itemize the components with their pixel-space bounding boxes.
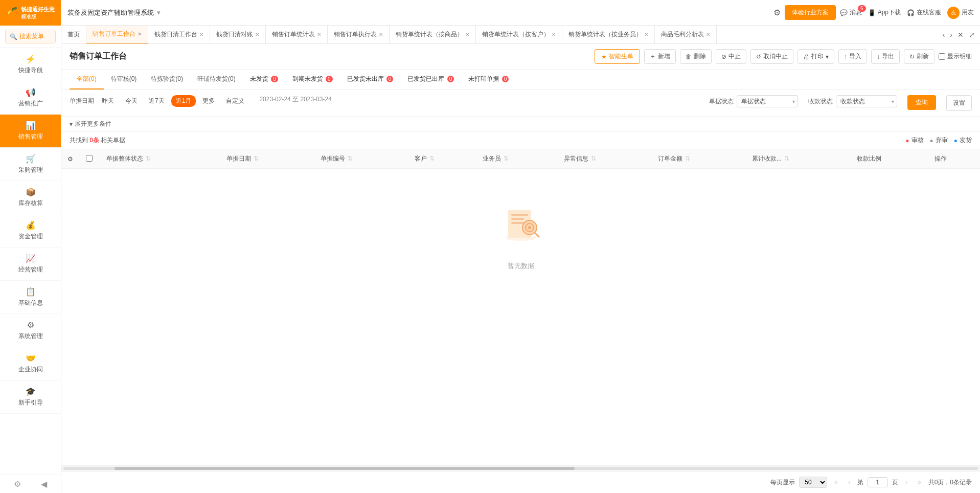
sidebar-item-operations[interactable]: 📈 经营管理 bbox=[0, 248, 61, 281]
date-btn-7days[interactable]: 近7天 bbox=[144, 95, 169, 107]
sidebar-item-guide[interactable]: 🎓 新手引导 bbox=[0, 380, 61, 414]
search-menu-button[interactable]: 🔍 搜索菜单 bbox=[5, 30, 56, 43]
tab-close-icon[interactable]: ✕ bbox=[138, 31, 142, 37]
select-all-checkbox[interactable] bbox=[86, 155, 93, 162]
date-btn-custom[interactable]: 自定义 bbox=[221, 95, 249, 107]
trial-btn[interactable]: 体验行业方案 bbox=[785, 5, 836, 20]
query-button[interactable]: 查询 bbox=[907, 95, 936, 110]
tab-close-icon[interactable]: ✕ bbox=[379, 32, 383, 37]
smart-create-button[interactable]: ★ 智能生单 bbox=[595, 49, 640, 64]
scrollbar-thumb[interactable] bbox=[115, 467, 575, 470]
show-detail-checkbox-label[interactable]: 显示明细 bbox=[939, 52, 972, 61]
prev-page-button[interactable]: ‹ bbox=[845, 478, 853, 487]
col-staff-header[interactable]: 业务员 ⇅ bbox=[476, 149, 558, 169]
sub-tab-shipped-out[interactable]: 已发货已出库 0 bbox=[400, 70, 461, 89]
message-button[interactable]: 💬 消息 6 bbox=[840, 8, 862, 17]
col-date-header[interactable]: 单据日期 ⇅ bbox=[220, 149, 314, 169]
cancel-stop-button[interactable]: ↺ 取消中止 bbox=[750, 49, 793, 64]
payment-select[interactable]: 收款状态 bbox=[836, 95, 897, 107]
date-btn-yesterday[interactable]: 昨天 bbox=[97, 95, 119, 107]
online-service-button[interactable]: 🎧 在线客服 bbox=[907, 8, 941, 17]
show-detail-checkbox[interactable] bbox=[939, 53, 945, 60]
tab-close-icon[interactable]: ✕ bbox=[644, 32, 648, 37]
tab-close-icon[interactable]: ✕ bbox=[317, 32, 321, 37]
expand-conditions-button[interactable]: ▾ 展开更多条件 bbox=[70, 117, 972, 131]
date-btn-1month[interactable]: 近1月 bbox=[171, 95, 196, 107]
system-dropdown-icon[interactable]: ▾ bbox=[157, 9, 161, 16]
tab-sales-order-stat[interactable]: 销售订单统计表 ✕ bbox=[266, 26, 328, 44]
unreview-button[interactable]: ● 弃审 bbox=[930, 136, 948, 145]
tab-cash-daily[interactable]: 钱货日清工作台 ✕ bbox=[148, 26, 210, 44]
sidebar-item-sales[interactable]: 📊 销售管理 bbox=[0, 115, 61, 148]
tab-product-margin[interactable]: 商品毛利分析表 ✕ bbox=[655, 26, 717, 44]
topbar-actions: 💬 消息 6 📱 App下载 🎧 在线客服 友 用友 bbox=[840, 7, 974, 19]
stop-button[interactable]: ⊘ 中止 bbox=[716, 49, 746, 64]
topbar-settings-icon[interactable]: ⚙ bbox=[773, 8, 781, 17]
tab-close-icon[interactable]: ✕ bbox=[255, 32, 259, 37]
tab-sales-stat-staff[interactable]: 销货单统计表（按业务员） ✕ bbox=[562, 26, 655, 44]
sidebar-item-purchase[interactable]: 🛒 采购管理 bbox=[0, 148, 61, 181]
tab-close-icon[interactable]: ✕ bbox=[706, 32, 710, 37]
col-abnormal-header[interactable]: 异常信息 ⇅ bbox=[558, 149, 652, 169]
sub-tab-pending-inspect[interactable]: 待拣验货(0) bbox=[144, 70, 190, 89]
sidebar-item-marketing[interactable]: 📢 营销推广 bbox=[0, 81, 61, 115]
tab-home[interactable]: 首页 bbox=[61, 26, 86, 44]
first-page-button[interactable]: « bbox=[831, 478, 841, 487]
user-menu-button[interactable]: 友 用友 bbox=[947, 7, 974, 19]
export-button[interactable]: ↓ 导出 bbox=[871, 49, 900, 64]
print-button[interactable]: 🖨 打印 ▾ bbox=[797, 49, 834, 64]
settings-col-icon[interactable]: ⚙ bbox=[67, 155, 73, 163]
filter-settings-button[interactable]: 设置 bbox=[946, 95, 972, 111]
horizontal-scrollbar[interactable] bbox=[61, 465, 980, 471]
tab-sales-stat-product[interactable]: 销货单统计表（按商品） ✕ bbox=[390, 26, 476, 44]
tab-close-icon[interactable]: ✕ bbox=[465, 32, 469, 37]
tab-fullscreen-icon[interactable]: ⤢ bbox=[967, 30, 977, 40]
review-button[interactable]: ● 审核 bbox=[905, 136, 923, 145]
date-btn-more[interactable]: 更多 bbox=[198, 95, 219, 107]
tab-close-icon[interactable]: ✕ bbox=[199, 32, 203, 37]
sub-tab-not-printed[interactable]: 未打印单据 0 bbox=[461, 70, 516, 89]
tab-sales-stat-customer[interactable]: 销货单统计表（按客户） ✕ bbox=[476, 26, 562, 44]
sidebar-item-basic-info[interactable]: 📋 基础信息 bbox=[0, 281, 61, 314]
add-button[interactable]: ＋ 新增 bbox=[644, 49, 676, 64]
col-status-header[interactable]: 单据整体状态 ⇅ bbox=[100, 149, 220, 169]
delete-button[interactable]: 🗑 删除 bbox=[680, 49, 712, 64]
tab-sales-order-workbench[interactable]: 销售订单工作台 ✕ bbox=[86, 26, 148, 44]
page-input[interactable] bbox=[868, 477, 888, 487]
last-page-button[interactable]: » bbox=[915, 478, 924, 487]
page-size-select[interactable]: 50 10 20 100 bbox=[799, 477, 827, 488]
ship-button[interactable]: ● 发货 bbox=[954, 136, 972, 145]
sub-tab-shipped-not-out[interactable]: 已发货未出库 0 bbox=[340, 70, 401, 89]
status-select[interactable]: 单据状态 bbox=[737, 95, 798, 107]
sidebar-item-inventory[interactable]: 📦 库存核算 bbox=[0, 181, 61, 214]
tab-scroll-left-icon[interactable]: ‹ bbox=[941, 30, 947, 40]
col-collected-header[interactable]: 累计收款... ⇅ bbox=[746, 149, 851, 169]
sub-tab-not-shipped[interactable]: 未发货 0 bbox=[243, 70, 285, 89]
tab-close-icon[interactable]: ✕ bbox=[552, 32, 556, 37]
tab-sales-order-exec[interactable]: 销售订单执行表 ✕ bbox=[328, 26, 390, 44]
refresh-button[interactable]: ↻ 刷新 bbox=[904, 49, 935, 64]
sidebar-collapse-button[interactable]: ◀ bbox=[41, 479, 47, 489]
app-download-button[interactable]: 📱 App下载 bbox=[868, 8, 901, 17]
sidebar-item-quick-nav[interactable]: ⚡ 快捷导航 bbox=[0, 48, 61, 81]
sidebar-item-finance[interactable]: 💰 资金管理 bbox=[0, 214, 61, 248]
sidebar-item-enterprise[interactable]: 🤝 企业协同 bbox=[0, 347, 61, 380]
sub-tab-pending-review[interactable]: 待审核(0) bbox=[104, 70, 144, 89]
import-button[interactable]: ↑ 导入 bbox=[838, 49, 867, 64]
col-customer-header[interactable]: 客户 ⇅ bbox=[408, 149, 476, 169]
date-range-display: 2023-02-24 至 2023-03-24 bbox=[259, 95, 331, 104]
tab-close-current-icon[interactable]: ✕ bbox=[955, 30, 966, 40]
date-btn-today[interactable]: 今天 bbox=[121, 95, 142, 107]
sidebar-settings-button[interactable]: ⚙ bbox=[14, 479, 21, 489]
sub-tab-all[interactable]: 全部(0) bbox=[70, 70, 104, 89]
col-number-header[interactable]: 单据编号 ⇅ bbox=[314, 149, 408, 169]
sidebar-item-system[interactable]: ⚙ 系统管理 bbox=[0, 314, 61, 347]
tab-cash-reconcile[interactable]: 钱货日清对账 ✕ bbox=[210, 26, 266, 44]
col-amount-header[interactable]: 订单金额 ⇅ bbox=[652, 149, 746, 169]
tab-label: 销售订单统计表 bbox=[272, 30, 315, 39]
next-page-button[interactable]: › bbox=[902, 478, 910, 487]
tab-scroll-right-icon[interactable]: › bbox=[948, 30, 954, 40]
result-count-label: 共找到 0条 相关单据 bbox=[70, 136, 125, 145]
sub-tab-overdue[interactable]: 到期未发货 0 bbox=[285, 70, 340, 89]
sub-tab-wangpu[interactable]: 旺铺待发货(0) bbox=[190, 70, 243, 89]
